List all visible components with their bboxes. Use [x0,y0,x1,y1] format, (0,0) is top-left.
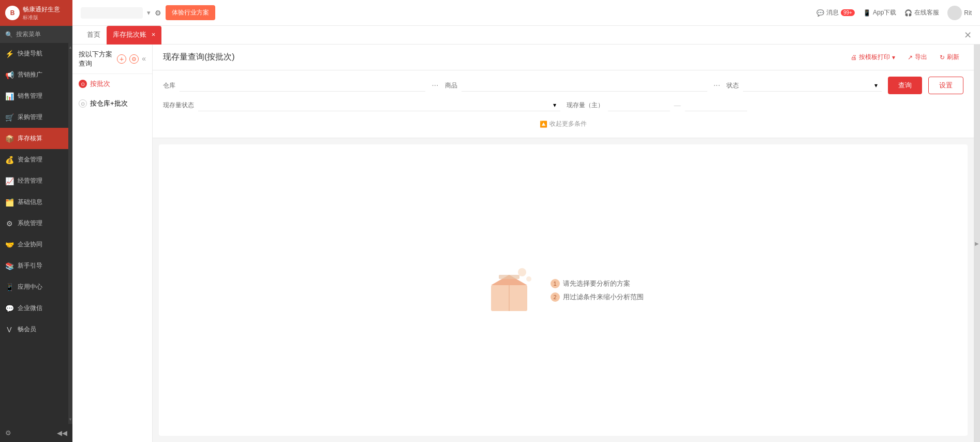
sidebar-item-finance[interactable]: 💰 资金管理 [0,149,68,170]
topbar-chevron-icon[interactable]: ▾ [147,9,151,17]
inventory-qty-min[interactable] [608,99,670,111]
experience-btn[interactable]: 体验行业方案 [166,5,215,20]
settings-icon[interactable]: ⚙ [5,429,11,437]
sidebar-item-inventory[interactable]: 📦 库存核算 [0,128,68,149]
sidebar-search[interactable]: 🔍 搜索菜单 [0,26,72,43]
sidebar-item-label: 系统管理 [18,219,42,228]
sidebar-item-label: 快捷导航 [18,49,42,58]
app-download-label: App下载 [873,8,896,17]
sidebar-item-label: 应用中心 [18,283,42,291]
refresh-icon: ↻ [940,54,945,61]
search-label: 搜索菜单 [16,30,41,39]
product-dots[interactable]: ··· [714,81,720,90]
query-button[interactable]: 查询 [888,77,922,94]
sidebar-item-wechat[interactable]: 💬 企业微信 [0,298,68,319]
sidebar-item-label: 企业协同 [18,240,42,249]
page-header: 现存量查询(按批次) 🖨 按模板打印 ▾ ↗ 导出 ↻ 刷新 [153,45,974,70]
warehouse-batch-icon: ⊙ [79,99,87,108]
sidebar-item-quick[interactable]: ⚡ 快捷导航 [0,43,68,64]
sidebar-item-operation[interactable]: 📈 经营管理 [0,170,68,191]
sidebar-header: B 畅康通好生意 标准版 [0,0,72,26]
export-btn[interactable]: ↗ 导出 [903,51,931,64]
sidebar-item-label: 新手引导 [18,261,42,270]
sidebar-item-label: 基础信息 [18,198,42,207]
panel-add-btn[interactable]: + [117,54,126,64]
print-label: 按模板打印 [859,53,890,62]
empty-hint-1: 1 请先选择要分析的方案 [551,279,644,288]
sidebar-item-guide[interactable]: 📚 新手引导 [0,255,68,276]
message-btn[interactable]: 💬 消息 99+ [816,8,855,17]
panel-actions: + ⚙ « [117,54,146,64]
scroll-down-btn[interactable]: ▼ [67,416,72,423]
print-dropdown-icon[interactable]: ▾ [892,54,895,61]
app-name: 畅康通好生意 [23,5,60,14]
topbar-gear-icon[interactable]: ⚙ [155,9,161,17]
print-btn[interactable]: 🖨 按模板打印 ▾ [847,51,899,64]
sidebar-scrollbar[interactable]: ▲ ▼ [68,43,72,424]
left-panel: 按以下方案查询 + ⚙ « ⊙ 按批次 ⊙ 按仓库+批次 [72,45,153,442]
collapse-sidebar-btn[interactable]: ◀◀ [57,429,67,437]
sidebar-item-system[interactable]: ⚙ 系统管理 [0,213,68,234]
sidebar-bottom: ⚙ ◀◀ [0,424,72,442]
warehouse-input[interactable] [180,80,425,92]
user-name: Rit [964,9,972,17]
svg-point-5 [526,276,531,282]
sidebar-item-sales[interactable]: 📊 销售管理 [0,85,68,107]
member-icon: V [5,326,13,334]
sidebar-item-collab[interactable]: 🤝 企业协同 [0,234,68,255]
settings-button[interactable]: 设置 [928,77,963,94]
content-area: 按以下方案查询 + ⚙ « ⊙ 按批次 ⊙ 按仓库+批次 现存量查询(按批次) [72,45,980,442]
panel-item-batch[interactable]: ⊙ 按批次 [72,74,152,94]
status-select[interactable]: ▾ [743,80,882,92]
filter-row-2: 现存量状态 ▾ 现存量（主） — [163,99,963,111]
sidebar-item-member[interactable]: V 畅会员 [0,319,68,340]
hint-text-1: 请先选择要分析的方案 [563,279,630,288]
sidebar-item-label: 经营管理 [18,176,42,185]
panel-title-text: 按以下方案查询 [79,50,117,68]
sidebar-item-apps[interactable]: 📱 应用中心 [0,276,68,298]
panel-settings-btn[interactable]: ⚙ [129,54,139,64]
warehouse-label: 仓库 [163,81,175,90]
panel-collapse-btn[interactable]: « [142,54,146,64]
inventory-status-select[interactable]: ▾ [198,99,560,111]
warehouse-dots[interactable]: ··· [432,81,438,90]
panel-item-label: 按批次 [90,79,110,89]
scroll-up-btn[interactable]: ▲ [67,44,72,51]
online-service-btn[interactable]: 🎧 在线客服 [904,8,939,17]
collapse-filter-btn[interactable]: 🔼 收起更多条件 [163,116,963,131]
hint-num-2: 2 [551,292,560,302]
app-download-btn[interactable]: 📱 App下载 [863,8,896,17]
sidebar-item-basic[interactable]: 🗂️ 基础信息 [0,191,68,213]
tab-close-btn[interactable]: × [152,31,156,38]
header-actions: 🖨 按模板打印 ▾ ↗ 导出 ↻ 刷新 [847,51,963,64]
inventory-status-label: 现存量状态 [163,101,194,110]
panel-title-area: 按以下方案查询 + ⚙ « [72,45,152,74]
empty-text-area: 1 请先选择要分析的方案 2 用过滤条件来缩小分析范围 [551,279,644,302]
topbar-search-input[interactable] [81,7,143,19]
panel-item-warehouse-batch[interactable]: ⊙ 按仓库+批次 [72,94,152,113]
sidebar-item-label: 采购管理 [18,113,42,122]
panel-item-label: 按仓库+批次 [90,99,128,108]
inventory-qty-max[interactable] [685,99,747,111]
empty-hint-2: 2 用过滤条件来缩小分析范围 [551,292,644,302]
sidebar-item-purchase[interactable]: 🛒 采购管理 [0,107,68,128]
refresh-btn[interactable]: ↻ 刷新 [936,51,963,64]
sidebar-item-label: 畅会员 [18,325,36,334]
print-icon: 🖨 [851,54,857,61]
operation-icon: 📈 [5,177,13,185]
product-input[interactable] [462,80,707,92]
message-badge: 99+ [841,9,855,16]
tab-inventory-batch[interactable]: 库存批次账 × [107,26,161,45]
global-close-btn[interactable]: ✕ [964,30,972,41]
download-icon: 📱 [863,9,871,17]
sidebar-item-marketing[interactable]: 📢 营销推广 [0,64,68,85]
inventory-qty-label: 现存量（主） [567,101,604,110]
user-avatar-area[interactable]: Rit [947,6,972,20]
collapse-label: 收起更多条件 [550,120,587,128]
right-panel: 现存量查询(按批次) 🖨 按模板打印 ▾ ↗ 导出 ↻ 刷新 [153,45,974,442]
sidebar-item-label: 库存核算 [18,134,42,143]
export-icon: ↗ [908,54,913,61]
tab-home[interactable]: 首页 [81,26,107,45]
product-label: 商品 [445,81,457,90]
right-edge-toggle[interactable]: ▶ [974,45,980,442]
